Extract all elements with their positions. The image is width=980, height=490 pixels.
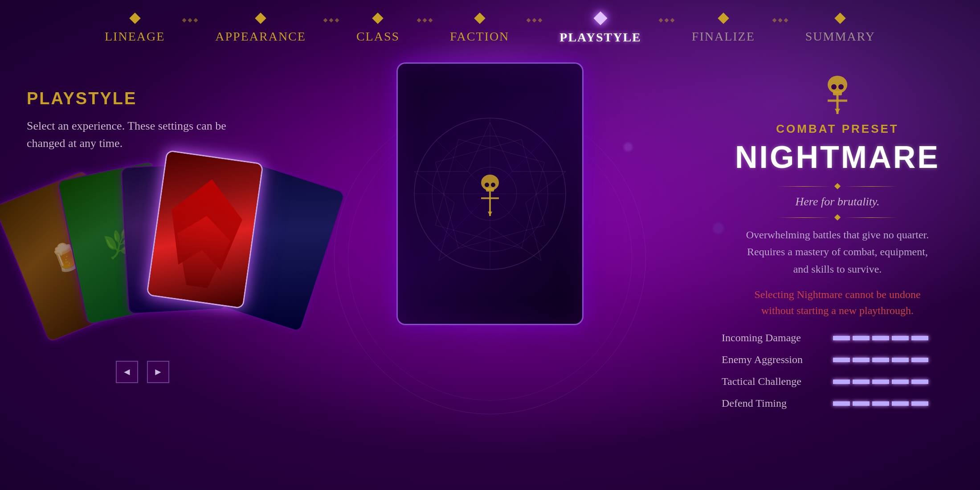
center-card-inner bbox=[398, 64, 582, 324]
stat-bar bbox=[853, 401, 870, 406]
nav-diamond-summary bbox=[835, 12, 846, 24]
stat-bar bbox=[892, 380, 909, 384]
nav-dots-5 bbox=[659, 19, 674, 22]
stat-bar bbox=[911, 380, 928, 384]
nav-dots-4 bbox=[527, 19, 542, 22]
stat-label-defend-timing: Defend Timing bbox=[722, 397, 824, 409]
card-prev-button[interactable]: ◄ bbox=[116, 361, 138, 383]
stat-bar bbox=[872, 401, 889, 406]
nav-step-appearance[interactable]: Appearance bbox=[197, 14, 324, 44]
card-next-button[interactable]: ► bbox=[147, 361, 169, 383]
stat-enemy-aggression: Enemy Aggression bbox=[722, 354, 953, 366]
combat-symbol bbox=[468, 169, 512, 218]
stat-bar bbox=[833, 358, 850, 362]
stat-bar bbox=[833, 380, 850, 384]
dot bbox=[772, 18, 776, 22]
nav-step-class[interactable]: Class bbox=[339, 14, 417, 44]
nav-steps: Lineage Appearance Class Faction bbox=[87, 13, 893, 45]
stat-bar bbox=[911, 358, 928, 362]
divider-line-right bbox=[844, 186, 898, 187]
stat-bar bbox=[872, 380, 889, 384]
nav-bar: Lineage Appearance Class Faction bbox=[0, 0, 980, 58]
stat-label-enemy-aggression: Enemy Aggression bbox=[722, 354, 824, 366]
nav-label-class: Class bbox=[356, 29, 400, 44]
right-panel: COMBAT PRESET NIGHTMARE Here for brutali… bbox=[722, 71, 953, 419]
svg-point-19 bbox=[838, 84, 844, 90]
stat-incoming-damage: Incoming Damage bbox=[722, 332, 953, 344]
stat-bars-incoming-damage bbox=[833, 336, 928, 340]
nav-dots-1 bbox=[183, 19, 197, 22]
svg-rect-13 bbox=[486, 188, 494, 192]
stat-bars-tactical-challenge bbox=[833, 380, 928, 384]
nav-label-faction: Faction bbox=[450, 29, 509, 44]
card-art-4 bbox=[147, 151, 262, 308]
nav-diamond-appearance bbox=[255, 12, 266, 24]
preset-name: NIGHTMARE bbox=[722, 139, 953, 175]
nav-diamond-finalize bbox=[718, 12, 729, 24]
dot bbox=[532, 18, 537, 22]
combat-preset-icon bbox=[722, 71, 953, 118]
dot bbox=[329, 18, 333, 22]
nav-diamond-faction bbox=[474, 12, 485, 24]
stat-label-incoming-damage: Incoming Damage bbox=[722, 332, 824, 344]
cards-container: 🍺 🌿 💀 ◄ ► bbox=[9, 147, 312, 392]
dot bbox=[658, 18, 663, 22]
center-card[interactable] bbox=[396, 62, 584, 325]
svg-marker-16 bbox=[488, 212, 492, 216]
stat-label-tactical-challenge: Tactical Challenge bbox=[722, 376, 824, 388]
nav-step-playstyle[interactable]: Playstyle bbox=[542, 13, 659, 45]
stat-bar bbox=[872, 336, 889, 340]
divider-top bbox=[722, 184, 953, 188]
warning-text: Selecting Nightmare cannot be undonewith… bbox=[722, 286, 953, 318]
stat-bars-defend-timing bbox=[833, 401, 928, 406]
stat-bar bbox=[833, 336, 850, 340]
card-navigation: ◄ ► bbox=[116, 361, 169, 383]
nav-step-lineage[interactable]: Lineage bbox=[87, 14, 183, 44]
nav-step-summary[interactable]: Summary bbox=[788, 14, 893, 44]
svg-point-12 bbox=[491, 183, 495, 187]
nav-step-faction[interactable]: Faction bbox=[432, 14, 527, 44]
divider-line-right2 bbox=[844, 217, 898, 218]
stat-bar bbox=[911, 336, 928, 340]
preset-description: Overwhelming battles that give no quarte… bbox=[722, 226, 953, 278]
stat-bar bbox=[892, 401, 909, 406]
stats-section: Incoming Damage Enemy Aggression Tactica… bbox=[722, 332, 953, 409]
dot bbox=[778, 18, 782, 22]
divider-diamond bbox=[834, 183, 841, 189]
nav-dots-6 bbox=[773, 19, 788, 22]
stat-defend-timing: Defend Timing bbox=[722, 397, 953, 409]
dot bbox=[182, 18, 187, 22]
stat-bars-enemy-aggression bbox=[833, 358, 928, 362]
stat-bar bbox=[892, 358, 909, 362]
nav-label-finalize: Finalize bbox=[692, 29, 755, 44]
nav-label-playstyle: Playstyle bbox=[559, 30, 641, 45]
divider-diamond2 bbox=[834, 214, 841, 220]
nav-step-finalize[interactable]: Finalize bbox=[674, 14, 773, 44]
stat-bar bbox=[853, 336, 870, 340]
card-4-selected[interactable] bbox=[146, 150, 264, 309]
preset-tagline: Here for brutality. bbox=[722, 195, 953, 208]
nav-dots-3 bbox=[417, 19, 432, 22]
svg-point-18 bbox=[831, 84, 837, 90]
nav-label-appearance: Appearance bbox=[215, 29, 306, 44]
skull-sword-icon bbox=[815, 71, 860, 116]
nav-diamond-lineage bbox=[129, 12, 140, 24]
dot bbox=[423, 18, 427, 22]
stat-bar bbox=[833, 401, 850, 406]
playstyle-title: PLAYSTYLE bbox=[27, 89, 249, 108]
svg-point-11 bbox=[485, 183, 489, 187]
nav-dots-2 bbox=[324, 19, 339, 22]
stat-bar bbox=[872, 358, 889, 362]
dot bbox=[664, 18, 669, 22]
divider-line-left2 bbox=[777, 217, 831, 218]
nav-label-lineage: Lineage bbox=[105, 29, 165, 44]
center-symbol-container bbox=[468, 169, 512, 218]
dot bbox=[323, 18, 327, 22]
stat-tactical-challenge: Tactical Challenge bbox=[722, 376, 953, 388]
dot bbox=[188, 18, 192, 22]
nav-label-summary: Summary bbox=[805, 29, 875, 44]
stat-bar bbox=[911, 401, 928, 406]
divider-mid bbox=[722, 215, 953, 220]
dot bbox=[527, 18, 531, 22]
nav-diamond-playstyle bbox=[594, 11, 608, 25]
